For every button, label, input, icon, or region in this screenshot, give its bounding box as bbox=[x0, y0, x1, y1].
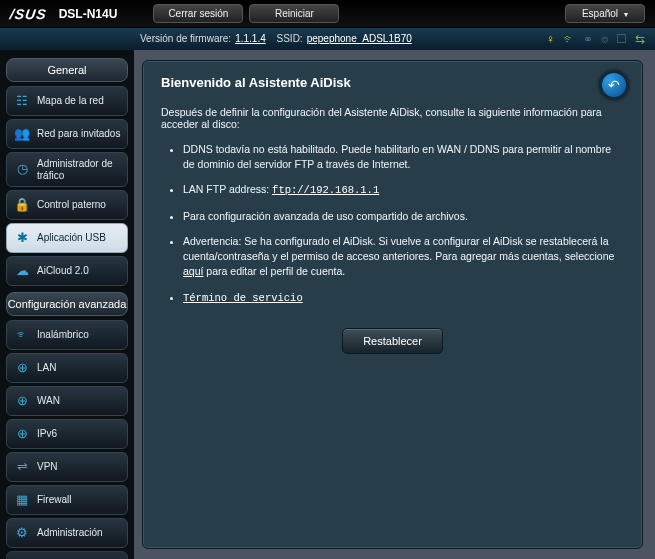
ssid-label: SSID: bbox=[277, 33, 303, 44]
sidebar-item-label: Mapa de la red bbox=[37, 95, 104, 107]
logout-button[interactable]: Cerrar sesión bbox=[153, 4, 243, 23]
sidebar-item-traffic-manager[interactable]: ◷ Administrador de tráfico bbox=[6, 152, 128, 187]
reset-button[interactable]: Restablecer bbox=[342, 328, 443, 354]
sidebar-item-ipv6[interactable]: ⊕ IPv6 bbox=[6, 419, 128, 449]
ssid-value-link[interactable]: pepephone_ADSL1B70 bbox=[307, 33, 412, 44]
sidebar-item-label: Control paterno bbox=[37, 199, 106, 211]
panel-title: Bienvenido al Asistente AiDisk bbox=[161, 75, 624, 90]
brand-logo: /SUS bbox=[9, 6, 54, 22]
guest-network-icon: 👥 bbox=[13, 125, 31, 143]
language-select[interactable]: Español bbox=[565, 4, 645, 23]
sidebar-item-label: Red para invitados bbox=[37, 128, 120, 140]
sidebar-item-firewall[interactable]: ▦ Firewall bbox=[6, 485, 128, 515]
bulb-icon[interactable]: ♀ bbox=[546, 32, 555, 46]
ipv6-icon: ⊕ bbox=[13, 425, 31, 443]
wireless-icon: ᯤ bbox=[13, 326, 31, 344]
vpn-icon: ⇌ bbox=[13, 458, 31, 476]
network-icon[interactable]: ⇆ bbox=[635, 32, 645, 46]
traffic-manager-icon: ◷ bbox=[13, 161, 31, 179]
firmware-label: Versión de firmware: bbox=[140, 33, 231, 44]
gear-icon: ✱ bbox=[13, 229, 31, 247]
info-item-ftp: LAN FTP address: ftp://192.168.1.1 bbox=[183, 182, 624, 198]
sidebar-item-label: AiCloud 2.0 bbox=[37, 265, 89, 277]
sidebar-item-aicloud[interactable]: ☁ AiCloud 2.0 bbox=[6, 256, 128, 286]
sidebar-item-label: LAN bbox=[37, 362, 56, 374]
info-list: DDNS todavía no está habilitado. Puede h… bbox=[161, 142, 624, 306]
sidebar-item-label: VPN bbox=[37, 461, 58, 473]
admin-icon: ⚙ bbox=[13, 524, 31, 542]
sidebar-item-label: Inalámbrico bbox=[37, 329, 89, 341]
sidebar-item-lan[interactable]: ⊕ LAN bbox=[6, 353, 128, 383]
warning-text-a: Advertencia: Se ha configurado el AiDisk… bbox=[183, 235, 614, 262]
lock-icon: 🔒 bbox=[13, 196, 31, 214]
sidebar: General ☷ Mapa de la red 👥 Red para invi… bbox=[0, 50, 134, 559]
sidebar-item-label: Firewall bbox=[37, 494, 71, 506]
status-icons: ♀ ᯤ ⚭ ⌾ ☐ ⇆ bbox=[546, 32, 645, 46]
sidebar-item-label: IPv6 bbox=[37, 428, 57, 440]
info-item-advanced-share: Para configuración avanzada de uso compa… bbox=[183, 209, 624, 224]
sidebar-section-general: General bbox=[6, 58, 128, 82]
sidebar-item-usb-app[interactable]: ✱ Aplicación USB bbox=[6, 223, 128, 253]
status-bar: Versión de firmware: 1.1.1.4 SSID: pepep… bbox=[0, 28, 655, 50]
users-icon[interactable]: ⚭ bbox=[583, 32, 593, 46]
sidebar-item-vpn[interactable]: ⇌ VPN bbox=[6, 452, 128, 482]
wan-icon: ⊕ bbox=[13, 392, 31, 410]
lan-icon: ⊕ bbox=[13, 359, 31, 377]
sidebar-item-label: Administrador de tráfico bbox=[37, 158, 121, 181]
topbar: /SUS DSL-N14U Cerrar sesión Reiniciar Es… bbox=[0, 0, 655, 28]
firmware-version-link[interactable]: 1.1.1.4 bbox=[235, 33, 266, 44]
sidebar-item-guest-network[interactable]: 👥 Red para invitados bbox=[6, 119, 128, 149]
ftp-link[interactable]: ftp://192.168.1.1 bbox=[272, 184, 379, 196]
info-item-ddns: DDNS todavía no está habilitado. Puede h… bbox=[183, 142, 624, 172]
sidebar-item-parental-control[interactable]: 🔒 Control paterno bbox=[6, 190, 128, 220]
here-link[interactable]: aquí bbox=[183, 265, 203, 277]
sidebar-section-advanced: Configuración avanzada bbox=[6, 292, 128, 316]
reboot-button[interactable]: Reiniciar bbox=[249, 4, 339, 23]
wifi-icon[interactable]: ᯤ bbox=[563, 32, 575, 46]
main-panel: ↶ Bienvenido al Asistente AiDisk Después… bbox=[142, 60, 643, 549]
model-name: DSL-N14U bbox=[59, 7, 118, 21]
firewall-icon: ▦ bbox=[13, 491, 31, 509]
cloud-icon: ☁ bbox=[13, 262, 31, 280]
sidebar-item-network-map[interactable]: ☷ Mapa de la red bbox=[6, 86, 128, 116]
sidebar-item-label: Aplicación USB bbox=[37, 232, 106, 244]
sidebar-item-label: WAN bbox=[37, 395, 60, 407]
ftp-label: LAN FTP address: bbox=[183, 183, 272, 195]
sidebar-item-label: Administración bbox=[37, 527, 103, 539]
warning-text-b: para editar el perfil de cuenta. bbox=[203, 265, 345, 277]
sidebar-item-administration[interactable]: ⚙ Administración bbox=[6, 518, 128, 548]
sidebar-item-log[interactable]: ≣ Registro del bbox=[6, 551, 128, 559]
sidebar-item-wireless[interactable]: ᯤ Inalámbrico bbox=[6, 320, 128, 350]
info-item-warning: Advertencia: Se ha configurado el AiDisk… bbox=[183, 234, 624, 280]
tos-link[interactable]: Término de servicio bbox=[183, 292, 303, 304]
usb-icon[interactable]: ⌾ bbox=[601, 32, 608, 46]
panel-intro: Después de definir la configuración del … bbox=[161, 106, 624, 130]
back-arrow-icon: ↶ bbox=[608, 77, 620, 93]
network-map-icon: ☷ bbox=[13, 92, 31, 110]
bot-icon[interactable]: ☐ bbox=[616, 32, 627, 46]
back-button[interactable]: ↶ bbox=[600, 71, 628, 99]
info-item-tos: Término de servicio bbox=[183, 290, 624, 306]
sidebar-item-wan[interactable]: ⊕ WAN bbox=[6, 386, 128, 416]
